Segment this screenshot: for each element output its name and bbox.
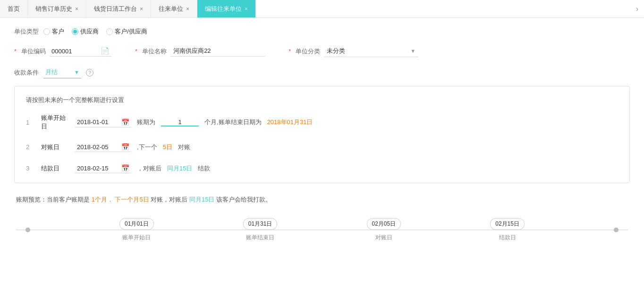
settings-box: 请按照未来的一个完整帐期进行设置 1 账单开始日 📅 账期为 个月,账单结束日期… — [14, 86, 630, 183]
timeline: 01月01日 账单开始日 01月31日 账单结束日 02月05日 对账日 02月… — [16, 213, 628, 246]
unit-code-input-wrapper: 000001 📄 — [50, 46, 111, 57]
unit-code-required: * — [14, 48, 17, 55]
settings-title: 请按照未来的一个完整帐期进行设置 — [26, 96, 618, 104]
unit-classify-dropdown[interactable]: 未分类 ▼ — [324, 45, 418, 57]
unit-name-required: * — [135, 48, 137, 55]
unit-code-group: * 单位编码 000001 📄 — [14, 46, 111, 57]
radio-customer-circle — [43, 28, 50, 35]
unit-classify-required: * — [288, 48, 291, 55]
row-1-date-wrapper: 📅 — [75, 118, 131, 127]
payment-label: 收款条件 — [14, 68, 39, 77]
row-1-suffix-post: 个月,账单结束日期为 — [204, 118, 262, 127]
radio-both[interactable]: 客户/供应商 — [106, 27, 147, 36]
radio-customer[interactable]: 客户 — [43, 27, 64, 36]
row-2-suffix-pre: ,下一个 — [137, 143, 157, 152]
preview-section: 账期预览：当前客户账期是 1个月， 下一个月5日 对账，对账后 同月15日 该客… — [14, 191, 630, 251]
unit-classify-arrow-icon: ▼ — [410, 48, 415, 54]
row-3-num: 3 — [26, 165, 35, 172]
settings-row-1: 1 账单开始日 📅 账期为 个月,账单结束日期为 2018年01月31日 — [26, 114, 618, 131]
tab-edit-unit-label: 编辑往来单位 — [205, 5, 242, 13]
timeline-node-0: 01月01日 账单开始日 — [119, 218, 154, 242]
radio-supplier[interactable]: 供应商 — [72, 27, 99, 36]
payment-dropdown[interactable]: 月结 ▼ — [43, 67, 81, 78]
preview-suffix: 该客户会给我打款。 — [216, 196, 271, 203]
timeline-pill-0: 01月01日 — [119, 218, 154, 230]
timeline-pill-1: 01月31日 — [243, 218, 278, 230]
settings-row-3: 3 结款日 📅 ，对账后 同月15日 结款 — [26, 163, 618, 173]
preview-text: 账期预览：当前客户账期是 1个月， 下一个月5日 对账，对账后 同月15日 该客… — [16, 195, 628, 204]
tab-expand-button[interactable]: › — [630, 0, 644, 17]
timeline-nodes: 01月01日 账单开始日 01月31日 账单结束日 02月05日 对账日 02月… — [25, 218, 619, 242]
row-3-label: 结款日 — [41, 164, 69, 173]
row-3-highlight: 同月15日 — [167, 164, 192, 173]
preview-prefix: 账期预览：当前客户账期是 — [16, 196, 90, 203]
row-1-highlight: 2018年01月31日 — [267, 118, 313, 127]
timeline-end-dot — [614, 228, 619, 232]
tab-sales-history-label: 销售订单历史 — [35, 5, 72, 13]
payment-row: 收款条件 月结 ▼ ? — [14, 67, 630, 78]
timeline-label-3: 结款日 — [499, 234, 516, 242]
unit-type-radio-group: 客户 供应商 客户/供应商 — [43, 27, 147, 36]
unit-classify-group: * 单位分类 未分类 ▼ — [288, 45, 418, 57]
tab-unit-list-label: 往来单位 — [159, 5, 183, 13]
payment-dropdown-arrow-icon: ▼ — [74, 69, 79, 75]
unit-name-input[interactable]: 河南供应商22 — [170, 46, 265, 57]
radio-customer-label: 客户 — [52, 27, 64, 36]
timeline-pill-3: 02月15日 — [490, 218, 525, 230]
unit-code-input[interactable]: 000001 — [51, 48, 99, 55]
timeline-label-1: 账单结束日 — [246, 234, 274, 242]
unit-classify-value: 未分类 — [327, 47, 410, 55]
row-1-calendar-icon[interactable]: 📅 — [121, 118, 129, 126]
payment-value: 月结 — [45, 68, 74, 76]
radio-supplier-circle — [72, 28, 78, 35]
main-content: 单位类型 客户 供应商 客户/供应商 * 单位编码 000001 📄 — [0, 18, 644, 287]
settings-row-2: 2 对账日 📅 ,下一个 5日 对账 — [26, 142, 618, 152]
unit-code-label: 单位编码 — [21, 47, 46, 56]
row-2-calendar-icon[interactable]: 📅 — [121, 143, 129, 151]
row-3-calendar-icon[interactable]: 📅 — [121, 164, 129, 172]
period-input[interactable] — [161, 118, 199, 127]
row-1-num: 1 — [26, 119, 35, 126]
timeline-pill-2: 02月05日 — [367, 218, 401, 230]
row-3-date-input[interactable] — [77, 165, 119, 172]
tab-sales-history-close[interactable]: × — [75, 6, 78, 12]
tab-edit-unit-close[interactable]: × — [245, 6, 248, 12]
help-icon[interactable]: ? — [86, 69, 93, 76]
tab-bar: 首页 销售订单历史 × 钱货日清工作台 × 往来单位 × 编辑往来单位 × › — [0, 0, 644, 18]
tab-unit-list[interactable]: 往来单位 × — [151, 0, 197, 17]
tab-sales-history[interactable]: 销售订单历史 × — [28, 0, 86, 17]
unit-type-label: 单位类型 — [14, 27, 39, 36]
timeline-start-dot — [25, 228, 30, 232]
timeline-node-2: 02月05日 对账日 — [367, 218, 401, 242]
row-2-highlight1: 5日 — [163, 143, 172, 152]
preview-part3: 同月15日 — [189, 196, 214, 203]
tab-cash-work-label: 钱货日清工作台 — [94, 5, 137, 13]
tab-unit-list-close[interactable]: × — [186, 6, 189, 12]
timeline-node-1: 01月31日 账单结束日 — [243, 218, 278, 242]
preview-part1: 1个月， — [92, 196, 113, 203]
unit-classify-label: 单位分类 — [296, 47, 320, 56]
tab-cash-work[interactable]: 钱货日清工作台 × — [86, 0, 151, 17]
tab-home-label: 首页 — [8, 5, 20, 13]
unit-name-label: 单位名称 — [142, 47, 167, 56]
timeline-label-0: 账单开始日 — [122, 234, 151, 242]
timeline-node-3: 02月15日 结款日 — [490, 218, 525, 242]
row-2-num: 2 — [26, 144, 35, 151]
tab-edit-unit[interactable]: 编辑往来单位 × — [197, 0, 256, 17]
row-1-suffix-pre: 账期为 — [137, 118, 155, 127]
unit-name-group: * 单位名称 河南供应商22 — [135, 46, 265, 57]
tab-cash-work-close[interactable]: × — [140, 6, 143, 12]
row-1-label: 账单开始日 — [41, 114, 69, 131]
row-1-date-input[interactable] — [77, 118, 119, 126]
radio-supplier-label: 供应商 — [80, 27, 99, 36]
row-2-date-wrapper: 📅 — [75, 142, 131, 152]
unit-code-icon: 📄 — [101, 47, 110, 55]
row-2-suffix-post: 对账 — [178, 143, 190, 152]
row-2-label: 对账日 — [41, 143, 69, 152]
radio-both-circle — [106, 28, 113, 35]
radio-both-label: 客户/供应商 — [115, 27, 147, 36]
tab-home[interactable]: 首页 — [0, 0, 28, 17]
timeline-label-2: 对账日 — [375, 234, 392, 242]
row-3-date-wrapper: 📅 — [75, 163, 131, 173]
row-2-date-input[interactable] — [77, 144, 119, 151]
